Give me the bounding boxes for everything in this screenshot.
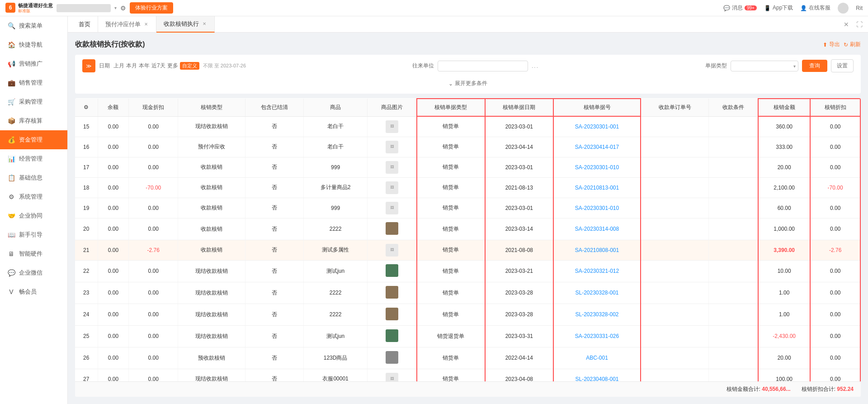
cell-writeoff-bill-no[interactable]: SA-20230321-012 — [553, 260, 641, 282]
writeoff-bill-link[interactable]: SA-20230301-001 — [575, 124, 619, 130]
cell-write-off-type: 现结收款核销 — [178, 282, 245, 304]
filter-row: ≫ 日期 上月 本月 本年 近7天 更多 自定义 不限 至 2023-07-26 — [82, 59, 854, 72]
cell-writeoff-bill-no[interactable]: SL-20230408-001 — [553, 369, 641, 381]
writeoff-bill-link[interactable]: SA-20230414-017 — [575, 144, 619, 150]
tab-writeoff-close[interactable]: ✕ — [202, 20, 207, 27]
expand-label: 展开更多条件 — [455, 80, 487, 87]
tab-close-all-icon[interactable]: ✕ — [842, 19, 851, 30]
tab-expand-icon[interactable]: ⛶ — [854, 19, 864, 30]
table-footer: 核销金额合计: 40,556,66... 核销折扣合计: 952.24 — [75, 381, 861, 397]
top-bar-right: 💬 消息 99+ 📱 App下载 👤 在线客服 Rit — [723, 3, 863, 14]
tab-writeoff-label: 收款核销执行 — [164, 20, 199, 28]
sidebar-item-search[interactable]: 🔍 搜索菜单 — [0, 16, 67, 35]
sidebar-item-nav[interactable]: 🏠 快捷导航 — [0, 35, 67, 54]
date-7days[interactable]: 近7天 — [151, 62, 165, 70]
writeoff-bill-link[interactable]: SL-20230408-001 — [575, 376, 618, 382]
writeoff-bill-link[interactable]: SA-20210808-001 — [575, 247, 619, 253]
cell-writeoff-bill-no[interactable]: SL-20230328-002 — [553, 304, 641, 325]
sidebar-item-marketing[interactable]: 📢 营销推广 — [0, 54, 67, 73]
sidebar-item-system[interactable]: ⚙ 系统管理 — [0, 187, 67, 206]
cell-product: 2222 — [304, 304, 367, 325]
sidebar-item-finance[interactable]: 💰 资金管理 — [0, 130, 67, 149]
expand-icon: ⌄ — [448, 81, 453, 87]
table-row: 25 0.00 0.00 现结收款核销 否 测试jun 销货退货单 2023-0… — [75, 325, 860, 347]
th-writeoff-discount: 核销折扣 — [810, 99, 860, 116]
cell-cash-discount: 0.00 — [129, 304, 178, 325]
tab-writeoff[interactable]: 收款核销执行 ✕ — [156, 16, 215, 33]
cell-writeoff-bill-no[interactable]: SA-20230301-001 — [553, 116, 641, 137]
sidebar-item-inventory[interactable]: 📦 库存核算 — [0, 111, 67, 130]
dropdown-icon[interactable]: ▾ — [114, 5, 117, 10]
cell-write-off-type: 现结收款核销 — [178, 304, 245, 325]
sidebar-item-basic-info[interactable]: 📋 基础信息 — [0, 168, 67, 187]
date-custom-badge[interactable]: 自定义 — [180, 62, 199, 70]
cell-cash-discount: 0.00 — [129, 260, 178, 282]
cell-include-settled: 否 — [245, 260, 304, 282]
writeoff-bill-link[interactable]: SA-20230314-008 — [575, 226, 619, 232]
cell-cash-discount: 0.00 — [129, 218, 178, 240]
sidebar-item-management[interactable]: 📊 经营管理 — [0, 149, 67, 168]
sidebar-item-purchase[interactable]: 🛒 采购管理 — [0, 92, 67, 111]
cell-writeoff-bill-no[interactable]: SA-20230301-010 — [553, 198, 641, 218]
tab-prepay-close[interactable]: ✕ — [143, 21, 149, 28]
tab-prepay[interactable]: 预付冲应付单 ✕ — [98, 16, 156, 33]
writeoff-bill-link[interactable]: SA-20230301-010 — [575, 164, 619, 171]
sidebar-item-guide[interactable]: 📖 新手引导 — [0, 225, 67, 244]
sidebar-item-member[interactable]: V 畅会员 — [0, 282, 67, 301]
cell-writeoff-discount: 0.00 — [810, 260, 860, 282]
book-icon: 📖 — [7, 231, 15, 239]
writeoff-bill-link[interactable]: SA-20230301-010 — [575, 205, 619, 211]
date-last-month[interactable]: 上月 — [113, 62, 124, 70]
cell-writeoff-bill-no[interactable]: SA-20230331-026 — [553, 325, 641, 347]
cell-product: 老白干 — [304, 116, 367, 137]
sidebar-item-wechat[interactable]: 💬 企业微信 — [0, 263, 67, 282]
cell-writeoff-amount: -2,430.00 — [758, 325, 810, 347]
counterpart-input[interactable] — [438, 61, 528, 71]
sidebar-item-label: 基础信息 — [19, 174, 42, 182]
cell-writeoff-bill-no[interactable]: SL-20230328-001 — [553, 282, 641, 304]
sidebar-item-collab[interactable]: 🤝 企业协同 — [0, 206, 67, 225]
trial-button[interactable]: 体验行业方案 — [130, 2, 173, 14]
app-download-btn[interactable]: 📱 App下载 — [764, 4, 793, 12]
writeoff-bill-link[interactable]: SA-20230321-012 — [575, 268, 619, 274]
online-service-btn[interactable]: 👤 在线客服 — [800, 4, 830, 12]
table-scroll[interactable]: ⚙ 余额 现金折扣 核销类型 包含已结清 商品 商品图片 核销单据类型 核销单据… — [75, 98, 861, 381]
writeoff-bill-link[interactable]: ABC-001 — [586, 355, 608, 361]
avatar[interactable] — [838, 3, 849, 14]
cell-writeoff-bill-no[interactable]: ABC-001 — [553, 347, 641, 369]
search-icon: 🔍 — [7, 22, 15, 30]
query-button[interactable]: 查询 — [802, 60, 827, 72]
tab-home[interactable]: 首页 — [71, 16, 98, 33]
settings-icon[interactable]: ⚙ — [120, 5, 126, 12]
cell-writeoff-bill-no[interactable]: SA-20230414-017 — [553, 137, 641, 157]
cell-writeoff-bill-no[interactable]: SA-20210808-001 — [553, 240, 641, 260]
notification-btn[interactable]: 💬 消息 99+ — [723, 4, 757, 12]
order-type-select[interactable]: 销货单 销货退货单 — [731, 61, 798, 71]
cell-writeoff-discount: 0.00 — [810, 347, 860, 369]
sidebar-item-hardware[interactable]: 🖥 智能硬件 — [0, 244, 67, 263]
cell-writeoff-bill-no[interactable]: SA-20210813-001 — [553, 177, 641, 198]
sidebar-item-label: 营销推广 — [19, 60, 42, 68]
refresh-button[interactable]: ↻ 刷新 — [844, 41, 861, 48]
th-writeoff-bill-date: 核销单据日期 — [485, 99, 553, 116]
writeoff-bill-link[interactable]: SA-20230331-026 — [575, 333, 619, 339]
filter-expand-button[interactable]: ≫ — [82, 59, 95, 72]
export-button[interactable]: ⬆ 导出 — [823, 41, 840, 48]
cell-writeoff-bill-no[interactable]: SA-20230301-010 — [553, 157, 641, 177]
product-image-thumb: 🖼 — [386, 120, 398, 133]
th-settings[interactable]: ⚙ — [75, 99, 98, 116]
date-filter-label: 日期 — [99, 62, 110, 70]
writeoff-bill-link[interactable]: SA-20210813-001 — [575, 185, 619, 191]
writeoff-bill-link[interactable]: SL-20230328-001 — [575, 290, 618, 296]
sidebar-item-sales[interactable]: 💼 销售管理 — [0, 73, 67, 92]
cell-writeoff-discount: 0.00 — [810, 218, 860, 240]
date-this-year[interactable]: 本年 — [139, 62, 150, 70]
date-this-month[interactable]: 本月 — [126, 62, 137, 70]
chart-icon: 📊 — [7, 155, 15, 163]
date-more[interactable]: 更多 — [167, 62, 178, 70]
writeoff-bill-link[interactable]: SL-20230328-002 — [575, 311, 618, 318]
cell-writeoff-bill-date: 2023-03-28 — [485, 304, 553, 325]
setting-button[interactable]: 设置 — [831, 59, 854, 72]
cell-writeoff-bill-no[interactable]: SA-20230314-008 — [553, 218, 641, 240]
expand-more-conditions[interactable]: ⌄ 展开更多条件 — [82, 78, 854, 89]
